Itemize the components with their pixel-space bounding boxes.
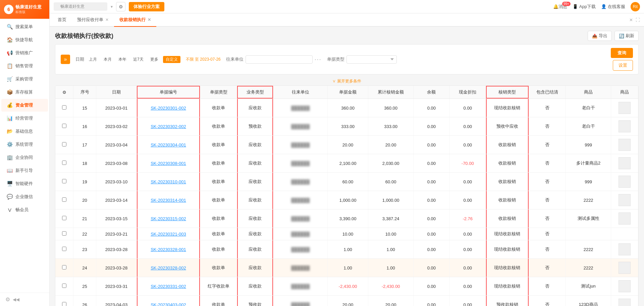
sidebar-item-wechat[interactable]: 💬企业微信	[1, 190, 48, 203]
settings-button[interactable]: 设置	[613, 60, 633, 71]
cell-include-settled: 否	[529, 296, 566, 306]
sidebar-item-finance[interactable]: 💰资金管理	[1, 99, 48, 112]
partner-dots[interactable]: ···	[315, 56, 322, 63]
cell-checkbox[interactable]	[55, 136, 73, 154]
cell-doc-no[interactable]: SK-20230328-001	[137, 240, 200, 259]
tab-advance[interactable]: 预付应收付单✕	[72, 13, 114, 27]
expand-bar[interactable]: ∨ 展开更多条件	[55, 77, 639, 85]
cell-doc-no[interactable]: SK-20230314-001	[137, 191, 200, 209]
close-all-icon[interactable]: ✕	[629, 17, 633, 22]
sidebar-item-basic[interactable]: 📂基础信息	[1, 125, 48, 138]
expand-icon[interactable]: ⛶	[636, 17, 640, 22]
col-goods-img: 商品	[611, 86, 638, 99]
custom-date-option[interactable]: 自定义	[163, 56, 180, 63]
cell-doc-no[interactable]: SK-20230301-002	[137, 99, 200, 117]
cell-offset-type: 预收款核销	[486, 296, 529, 306]
date-option-本年[interactable]: 本年	[116, 56, 129, 63]
cell-checkbox[interactable]	[55, 154, 73, 173]
sidebar-item-purchase[interactable]: 🛒采购管理	[1, 73, 48, 85]
gear-button[interactable]: ⚙	[116, 2, 125, 11]
doc-type-select[interactable]: 收款单 红字收款单	[346, 55, 397, 64]
refresh-button[interactable]: 🔄 刷新	[614, 31, 639, 41]
cell-checkbox[interactable]	[55, 240, 73, 259]
doc-no-link[interactable]: SK-20230308-001	[151, 161, 186, 166]
cell-checkbox[interactable]	[55, 259, 73, 277]
cell-checkbox[interactable]	[55, 209, 73, 228]
doc-no-link[interactable]: SK-20230328-002	[151, 265, 186, 270]
doc-no-link[interactable]: SK-20230403-002	[151, 302, 186, 306]
cell-no: 22	[73, 228, 96, 240]
cell-checkbox[interactable]	[55, 117, 73, 136]
doc-no-link[interactable]: SK-20230302-002	[151, 124, 186, 129]
partner-input[interactable]	[246, 55, 313, 64]
cell-doc-no[interactable]: SK-20230308-001	[137, 154, 200, 173]
cell-balance: 0.00	[414, 191, 450, 209]
sidebar-item-corp[interactable]: 🏢企业协同	[1, 151, 48, 164]
cell-doc-no[interactable]: SK-20230403-002	[137, 296, 200, 306]
collapse-icon[interactable]: ◀◀	[13, 297, 19, 302]
sidebar-item-guide[interactable]: 📖新手引导	[1, 164, 48, 177]
doc-no-link[interactable]: SK-20230315-002	[151, 216, 186, 221]
cell-checkbox[interactable]	[55, 173, 73, 191]
main-table: ⚙ 序号 日期 单据编号 单据类型 业务类型 往来单位 单据	[55, 86, 638, 306]
sidebar-item-inventory[interactable]: 📦库存核算	[1, 86, 48, 99]
doc-no-link[interactable]: SK-20230328-001	[151, 247, 186, 252]
sidebar-item-sales[interactable]: 📋销售管理	[1, 60, 48, 72]
export-button[interactable]: 📤 导出	[588, 31, 612, 41]
date-option-近7天[interactable]: 近7天	[130, 56, 146, 63]
notification-bell[interactable]: 🔔 消息 99+	[553, 4, 567, 10]
sidebar-item-quick[interactable]: 🏠快捷导航	[1, 34, 48, 46]
tab-receipt[interactable]: 收款核销执行✕	[114, 13, 156, 27]
cell-date: 2023-03-31	[96, 277, 137, 296]
cell-checkbox[interactable]	[55, 228, 73, 240]
cell-checkbox[interactable]	[55, 296, 73, 306]
date-option-更多[interactable]: 更多	[148, 56, 161, 63]
cell-balance: 0.00	[414, 117, 450, 136]
cell-checkbox[interactable]	[55, 99, 73, 117]
col-settings[interactable]: ⚙	[55, 86, 73, 99]
cell-offset-type: 现结收款核销	[486, 228, 529, 240]
cell-doc-no[interactable]: SK-20230302-002	[137, 117, 200, 136]
user-avatar[interactable]: Rit	[631, 2, 640, 11]
sidebar-item-system[interactable]: ⚙️系统管理	[1, 138, 48, 151]
online-service[interactable]: 👤 在线客服	[601, 4, 625, 10]
cell-doc-no[interactable]: SK-20230328-002	[137, 259, 200, 277]
industry-btn[interactable]: 体验行业方案	[129, 2, 164, 11]
cell-include-settled: 否	[529, 277, 566, 296]
doc-no-link[interactable]: SK-20230321-003	[151, 232, 186, 237]
sidebar-item-business[interactable]: 📊经营管理	[1, 112, 48, 125]
cell-doc-no[interactable]: SK-20230321-003	[137, 228, 200, 240]
cell-checkbox[interactable]	[55, 277, 73, 296]
filter-toggle[interactable]: »	[61, 55, 70, 64]
sidebar-item-search[interactable]: 🔍搜索菜单	[1, 20, 48, 33]
cell-doc-no[interactable]: SK-20230331-002	[137, 277, 200, 296]
cell-partner: ██████	[273, 209, 328, 228]
query-button[interactable]: 查询	[611, 48, 633, 58]
settings-icon[interactable]: ⚙	[5, 296, 10, 303]
tab-close-receipt[interactable]: ✕	[148, 17, 151, 22]
date-option-上月[interactable]: 上月	[86, 56, 100, 63]
doc-no-link[interactable]: SK-20230304-001	[151, 142, 186, 147]
search-icon: 🔍	[7, 24, 13, 30]
cell-offset-amount: 10.00	[368, 228, 414, 240]
cell-goods: 测试多属性	[566, 209, 611, 228]
cell-doc-no[interactable]: SK-20230315-002	[137, 209, 200, 228]
doc-no-link[interactable]: SK-20230314-001	[151, 198, 186, 203]
app-download[interactable]: 📱 App下载	[573, 4, 596, 10]
date-option-本月[interactable]: 本月	[101, 56, 114, 63]
tab-home[interactable]: 首页	[52, 13, 72, 27]
doc-no-link[interactable]: SK-20230310-001	[151, 179, 186, 184]
partner-label: 往来单位	[226, 56, 244, 62]
doc-no-link[interactable]: SK-20230301-002	[151, 106, 186, 111]
sidebar-item-label: 采购管理	[15, 76, 33, 82]
tab-close-advance[interactable]: ✕	[105, 17, 109, 22]
col-offset-amount: 累计核销金额	[368, 86, 414, 99]
sidebar-item-hardware[interactable]: 🖥️智能硬件	[1, 177, 48, 190]
cell-doc-no[interactable]: SK-20230310-001	[137, 173, 200, 191]
doc-no-link[interactable]: SK-20230331-002	[151, 284, 186, 289]
date-filter-group: 日期 上月本月本年近7天更多 自定义	[75, 56, 180, 63]
cell-doc-no[interactable]: SK-20230304-001	[137, 136, 200, 154]
sidebar-item-member[interactable]: V畅会员	[1, 203, 48, 216]
cell-checkbox[interactable]	[55, 191, 73, 209]
sidebar-item-marketing[interactable]: 📢营销推广	[1, 47, 48, 59]
